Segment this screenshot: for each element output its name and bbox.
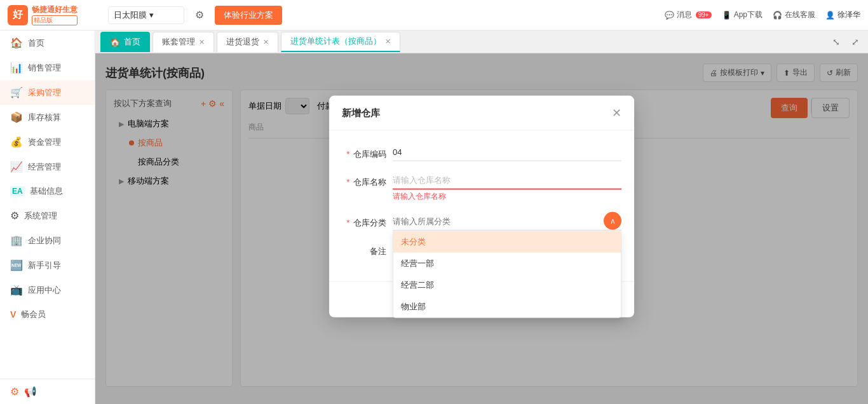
logo-area: 好 畅捷通好生意 精品版 bbox=[8, 4, 103, 25]
sidebar-item-finance[interactable]: 💰 资金管理 bbox=[0, 130, 95, 154]
name-row: * 仓库名称 请输入仓库名称 bbox=[342, 172, 621, 202]
settings-icon[interactable]: ⚙ bbox=[189, 5, 210, 25]
name-error-msg: 请输入仓库名称 bbox=[393, 191, 621, 202]
dropdown-option-ops1[interactable]: 经营一部 bbox=[393, 253, 621, 274]
dropdown-option-ops2[interactable]: 经营二部 bbox=[393, 274, 621, 296]
code-label: * 仓库编码 bbox=[342, 144, 393, 160]
tab-home[interactable]: 🏠 首页 bbox=[100, 32, 150, 52]
sidebar-item-enterprise[interactable]: 🏢 企业协同 bbox=[0, 228, 95, 253]
user-item[interactable]: 👤 徐泽华 bbox=[825, 10, 860, 20]
name-label: * 仓库名称 bbox=[342, 172, 393, 188]
tab-purchase-return[interactable]: 进货退货 ✕ bbox=[217, 32, 278, 52]
home-icon: 🏠 bbox=[10, 37, 23, 49]
sidebar-item-guide[interactable]: 🆕 新手引导 bbox=[0, 253, 95, 278]
chevron-down-icon: ▾ bbox=[149, 10, 154, 20]
sales-icon: 📊 bbox=[10, 62, 23, 74]
tab-maximize-button[interactable]: ⤢ bbox=[848, 36, 863, 48]
settings-bottom-icon[interactable]: ⚙ bbox=[10, 386, 19, 398]
content-area: 进货单统计(按商品) 🖨 按模板打印 ▾ ⬆ 导出 ↺ 刷新 bbox=[95, 53, 868, 404]
sidebar-item-operations[interactable]: 📈 经营管理 bbox=[0, 154, 95, 179]
tab-close-purchase-stats[interactable]: ✕ bbox=[385, 37, 391, 46]
category-input-row: ∧ bbox=[393, 212, 621, 231]
guide-icon: 🆕 bbox=[10, 259, 23, 271]
tab-close-purchase-return[interactable]: ✕ bbox=[263, 38, 269, 46]
sidebar: 🏠 首页 📊 销售管理 🛒 采购管理 📦 库存核算 💰 资金管理 📈 经营管理 … bbox=[0, 30, 95, 404]
apps-icon: 📺 bbox=[10, 284, 23, 296]
phone-icon: 📱 bbox=[722, 11, 731, 20]
sidebar-item-apps[interactable]: 📺 应用中心 bbox=[0, 278, 95, 302]
code-input[interactable] bbox=[393, 144, 621, 161]
code-row: * 仓库编码 bbox=[342, 144, 621, 161]
category-label: * 仓库分类 bbox=[342, 212, 393, 229]
notification-badge: 99+ bbox=[696, 11, 712, 18]
main-content: 🏠 首页 账套管理 ✕ 进货退货 ✕ 进货单统计表（按商品） ✕ ⤡ ⤢ bbox=[95, 30, 868, 404]
app-download-item[interactable]: 📱 App下载 bbox=[722, 10, 763, 20]
tab-bar: 🏠 首页 账套管理 ✕ 进货退货 ✕ 进货单统计表（按商品） ✕ ⤡ ⤢ bbox=[95, 30, 868, 53]
category-toggle-button[interactable]: ∧ bbox=[604, 212, 621, 230]
logo-icon: 好 bbox=[8, 5, 28, 25]
modal-body: * 仓库编码 * 仓库名称 请输入仓库名称 bbox=[329, 131, 634, 281]
tab-bar-actions: ⤡ ⤢ bbox=[829, 36, 863, 48]
sidebar-bottom: ⚙ 📢 bbox=[0, 379, 95, 404]
tab-purchase-stats[interactable]: 进货单统计表（按商品） ✕ bbox=[281, 32, 400, 52]
enterprise-icon: 🏢 bbox=[10, 234, 23, 246]
name-input[interactable] bbox=[393, 172, 621, 190]
speaker-icon[interactable]: 📢 bbox=[24, 386, 37, 398]
sidebar-item-vip[interactable]: V 畅会员 bbox=[0, 302, 95, 327]
operations-icon: 📈 bbox=[10, 161, 23, 173]
modal-header: 新增仓库 ✕ bbox=[329, 96, 634, 131]
category-input[interactable] bbox=[393, 212, 604, 229]
logo-text: 畅捷通好生意 精品版 bbox=[32, 4, 78, 25]
purchase-icon: 🛒 bbox=[10, 86, 23, 98]
category-dropdown-wrap: ∧ 未分类 经营一部 经营二部 物业部 bbox=[393, 212, 621, 231]
sidebar-item-system[interactable]: ⚙ 系统管理 bbox=[0, 203, 95, 228]
message-icon: 💬 bbox=[665, 11, 674, 20]
sidebar-item-home[interactable]: 🏠 首页 bbox=[0, 30, 95, 55]
main-layout: 🏠 首页 📊 销售管理 🛒 采购管理 📦 库存核算 💰 资金管理 📈 经营管理 … bbox=[0, 30, 868, 404]
sidebar-item-purchase[interactable]: 🛒 采购管理 bbox=[0, 80, 95, 105]
tab-close-account[interactable]: ✕ bbox=[199, 38, 205, 46]
service-item[interactable]: 🎧 在线客服 bbox=[773, 10, 815, 20]
user-icon: 👤 bbox=[825, 11, 835, 20]
category-dropdown-list: 未分类 经营一部 经营二部 物业部 bbox=[393, 231, 621, 318]
message-item[interactable]: 💬 消息 99+ bbox=[665, 10, 712, 20]
sidebar-item-inventory[interactable]: 📦 库存核算 bbox=[0, 105, 95, 130]
system-icon: ⚙ bbox=[10, 210, 19, 222]
sidebar-item-basic-info[interactable]: EA 基础信息 bbox=[0, 179, 95, 203]
vip-icon: V bbox=[10, 309, 16, 320]
modal-close-button[interactable]: ✕ bbox=[612, 106, 621, 120]
name-field-wrap: 请输入仓库名称 bbox=[393, 172, 621, 202]
top-header: 好 畅捷通好生意 精品版 日太阳膜 ▾ ⚙ 体验行业方案 💬 消息 99+ 📱 … bbox=[0, 0, 868, 30]
trial-button[interactable]: 体验行业方案 bbox=[215, 6, 282, 25]
dropdown-option-uncategorized[interactable]: 未分类 bbox=[393, 231, 621, 253]
category-row: * 仓库分类 ∧ 未分类 经营一部 经营二部 bbox=[342, 212, 621, 231]
add-warehouse-modal: 新增仓库 ✕ * 仓库编码 * bbox=[329, 96, 634, 318]
note-label: 备注 bbox=[342, 241, 393, 257]
modal-title: 新增仓库 bbox=[342, 107, 380, 119]
home-tab-icon: 🏠 bbox=[110, 37, 120, 47]
header-right: 💬 消息 99+ 📱 App下载 🎧 在线客服 👤 徐泽华 bbox=[665, 10, 860, 20]
sidebar-item-sales[interactable]: 📊 销售管理 bbox=[0, 55, 95, 80]
tab-restore-button[interactable]: ⤡ bbox=[829, 36, 844, 48]
headset-icon: 🎧 bbox=[773, 11, 782, 20]
basic-info-icon: EA bbox=[10, 186, 25, 196]
tab-account[interactable]: 账套管理 ✕ bbox=[153, 32, 214, 52]
store-selector[interactable]: 日太阳膜 ▾ bbox=[108, 6, 184, 24]
inventory-icon: 📦 bbox=[10, 111, 23, 123]
dropdown-option-property[interactable]: 物业部 bbox=[393, 296, 621, 318]
finance-icon: 💰 bbox=[10, 136, 23, 148]
